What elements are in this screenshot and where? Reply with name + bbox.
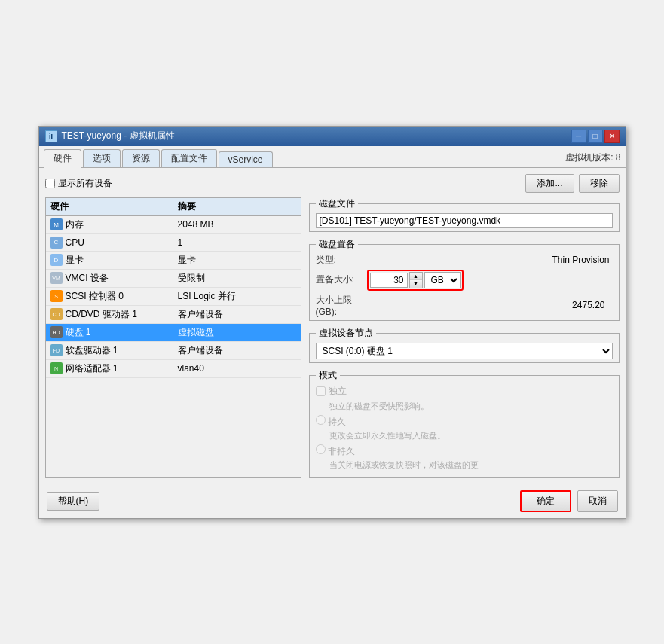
show-all-devices-checkbox[interactable]: 显示所有设备	[45, 177, 112, 190]
hardware-table: 硬件 摘要 M 内存 2048 MB C CPU	[45, 197, 301, 478]
memory-icon: M	[50, 218, 63, 230]
nonpersistent-row: 非持久	[316, 444, 613, 458]
nonpersistent-label: 非持久	[328, 446, 355, 456]
cancel-button[interactable]: 取消	[577, 490, 618, 512]
vm-version-label: 虚拟机版本: 8	[565, 151, 620, 167]
mode-legend: 模式	[316, 369, 340, 382]
nonpersistent-radio[interactable]	[316, 444, 326, 454]
disk-file-input[interactable]	[316, 213, 613, 228]
tab-hardware[interactable]: 硬件	[44, 149, 81, 168]
footer-right: 确定 取消	[520, 490, 618, 512]
type-value: Thin Provision	[367, 255, 613, 265]
size-unit-select[interactable]: MB GB TB	[424, 272, 461, 288]
hw-cell-name: S SCSI 控制器 0	[46, 288, 173, 305]
header-summary: 摘要	[173, 198, 301, 215]
restore-button[interactable]: □	[588, 130, 603, 143]
add-button[interactable]: 添加...	[525, 174, 574, 193]
independent-mode-row: 独立	[316, 385, 613, 398]
vnode-select[interactable]: SCSI (0:0) 硬盘 1	[316, 343, 613, 359]
spin-up-button[interactable]: ▲	[410, 273, 422, 280]
titlebar: iI TEST-yueyong - 虚拟机属性 ─ □ ✕	[39, 127, 626, 146]
max-size-row: 大小上限 (GB): 2475.20	[316, 294, 613, 317]
footer: 帮助(H) 确定 取消	[39, 484, 626, 518]
body-area: 硬件 摘要 M 内存 2048 MB C CPU	[45, 197, 620, 478]
tab-vservice[interactable]: vService	[219, 151, 273, 167]
vnode-row: SCSI (0:0) 硬盘 1	[316, 343, 613, 359]
tab-options[interactable]: 选项	[83, 149, 121, 167]
hw-cell-name: C CPU	[46, 234, 173, 251]
tab-resources[interactable]: 资源	[122, 149, 160, 167]
size-input-group: ▲ ▼	[370, 272, 423, 288]
hw-cell-summary: 受限制	[173, 270, 301, 287]
independent-desc: 独立的磁盘不受快照影响。	[329, 401, 613, 412]
close-button[interactable]: ✕	[604, 130, 620, 143]
size-input-highlight: ▲ ▼ MB GB TB	[367, 270, 464, 291]
provision-section: 磁盘置备 类型: Thin Provision 置备大小:	[309, 238, 620, 321]
titlebar-left: iI TEST-yueyong - 虚拟机属性	[45, 130, 175, 142]
hw-cell-summary: 1	[173, 234, 301, 251]
size-spinner: ▲ ▼	[409, 272, 423, 288]
vnode-legend: 虚拟设备节点	[316, 327, 376, 340]
hw-cell-name: N 网络适配器 1	[46, 360, 173, 377]
table-row[interactable]: C CPU 1	[46, 234, 301, 252]
header-hardware: 硬件	[46, 198, 173, 215]
hw-cell-name: VM VMCI 设备	[46, 270, 173, 287]
floppy-icon: FD	[50, 344, 63, 356]
show-all-checkbox-input[interactable]	[45, 179, 55, 188]
hw-cell-name: FD 软盘驱动器 1	[46, 342, 173, 359]
hw-cell-summary: 显卡	[173, 252, 301, 269]
cpu-icon: C	[50, 237, 63, 249]
provision-type-row: 类型: Thin Provision	[316, 254, 613, 267]
size-input[interactable]	[370, 273, 408, 288]
disk-file-section: 磁盘文件	[309, 197, 620, 232]
table-row[interactable]: CD CD/DVD 驱动器 1 客户端设备	[46, 306, 301, 324]
spin-down-button[interactable]: ▼	[410, 280, 422, 288]
show-all-label: 显示所有设备	[58, 177, 112, 190]
provision-legend: 磁盘置备	[316, 238, 358, 251]
table-header: 硬件 摘要	[46, 198, 301, 216]
main-window: iI TEST-yueyong - 虚拟机属性 ─ □ ✕ 硬件 选项 资源 配…	[38, 126, 626, 519]
nonpersistent-desc: 当关闭电源或恢复快照时，对该磁盘的更	[329, 459, 613, 471]
hdd-icon: HD	[50, 326, 63, 338]
remove-button[interactable]: 移除	[579, 174, 620, 193]
table-row[interactable]: FD 软盘驱动器 1 客户端设备	[46, 342, 301, 360]
table-row[interactable]: VM VMCI 设备 受限制	[46, 270, 301, 288]
hw-cell-name: M 内存	[46, 216, 173, 233]
left-panel: 硬件 摘要 M 内存 2048 MB C CPU	[45, 197, 301, 478]
max-label: 大小上限 (GB):	[316, 294, 361, 317]
scsi-icon: S	[50, 290, 63, 302]
vnode-section: 虚拟设备节点 SCSI (0:0) 硬盘 1	[309, 327, 620, 363]
type-label: 类型:	[316, 254, 361, 267]
hw-cell-summary: 客户端设备	[173, 306, 301, 323]
ok-button[interactable]: 确定	[520, 490, 571, 512]
right-panel: 磁盘文件 磁盘置备 类型: Thin Provision 置备大小:	[309, 197, 620, 478]
table-row-selected[interactable]: HD 硬盘 1 虚拟磁盘	[46, 324, 301, 342]
display-icon: D	[50, 254, 63, 266]
hw-cell-name: HD 硬盘 1	[46, 324, 173, 341]
show-all-row: 显示所有设备 添加... 移除	[45, 174, 620, 193]
hw-cell-summary: 2048 MB	[173, 216, 301, 233]
persistent-desc: 更改会立即永久性地写入磁盘。	[329, 430, 613, 441]
main-content: 显示所有设备 添加... 移除 硬件 摘要 M 内	[39, 168, 626, 484]
independent-checkbox[interactable]	[316, 386, 326, 396]
minimize-button[interactable]: ─	[571, 130, 586, 143]
size-label: 置备大小:	[316, 273, 361, 286]
persistent-radio[interactable]	[316, 415, 326, 425]
titlebar-controls: ─ □ ✕	[571, 130, 620, 143]
mode-section: 模式 独立 独立的磁盘不受快照影响。 持久 更改会立即永久性地写入磁盘。	[309, 369, 620, 478]
hw-cell-summary: LSI Logic 并行	[173, 288, 301, 305]
nic-icon: N	[50, 362, 63, 374]
table-row[interactable]: M 内存 2048 MB	[46, 216, 301, 234]
window-title: TEST-yueyong - 虚拟机属性	[62, 130, 175, 142]
persistent-label: 持久	[328, 417, 346, 427]
help-button[interactable]: 帮助(H)	[47, 492, 100, 511]
hw-cell-name: D 显卡	[46, 252, 173, 269]
tab-config[interactable]: 配置文件	[161, 149, 217, 167]
cdrom-icon: CD	[50, 308, 63, 320]
table-row[interactable]: S SCSI 控制器 0 LSI Logic 并行	[46, 288, 301, 306]
table-row[interactable]: N 网络适配器 1 vlan40	[46, 360, 301, 378]
table-row[interactable]: D 显卡 显卡	[46, 252, 301, 270]
app-icon: iI	[45, 130, 57, 142]
independent-label: 独立	[329, 385, 347, 398]
disk-file-legend: 磁盘文件	[316, 197, 358, 210]
